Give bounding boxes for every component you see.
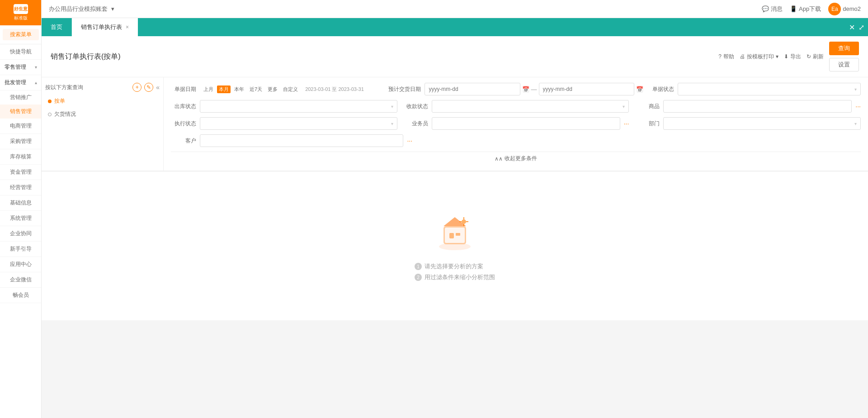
edit-scheme-button[interactable]: ✎ [144, 83, 153, 92]
message-button[interactable]: 💬 消息 [762, 5, 783, 13]
delivery-status-label: 出库状态 [171, 103, 196, 110]
expected-date-start[interactable] [425, 83, 520, 95]
sidebar-item-ecommerce[interactable]: 电商管理 [0, 119, 42, 134]
maximize-icon[interactable]: ⤢ [859, 23, 864, 32]
scheme-label-2: 欠货情况 [54, 110, 76, 118]
date-range-inputs: 📅 — 📅 [425, 83, 643, 95]
sidebar-item-inventory[interactable]: 库存核算 [0, 149, 42, 165]
salesman-more-icon[interactable]: ··· [624, 120, 629, 127]
sidebar-item-basics[interactable]: 基础信息 [0, 195, 42, 211]
export-button[interactable]: ⬇ 导出 [784, 53, 801, 61]
breadcrumb-dropdown[interactable]: ▾ [111, 5, 114, 12]
print-button[interactable]: 🖨 按模板打印 ▾ [740, 53, 778, 61]
add-scheme-button[interactable]: + [132, 83, 142, 92]
close-window-icon[interactable]: ✕ [849, 23, 855, 32]
sidebar-item-marketing[interactable]: 营销推广 [0, 90, 42, 104]
scheme-item-shortage[interactable]: 欠货情况 [45, 109, 160, 120]
username-label: demo2 [843, 5, 861, 12]
date-tags: 上月 本月 本年 近7天 更多 自定义 [202, 86, 300, 93]
empty-tips: 1 请先选择要分析的方案 2 用过滤条件来缩小分析范围 [415, 262, 495, 284]
export-label: 导出 [790, 53, 801, 61]
wholesale-label: 批发管理 [5, 79, 26, 86]
settings-button[interactable]: 设置 [829, 58, 859, 71]
tabbar-right: ✕ ⤢ [849, 23, 868, 32]
collapse-up-icon: ∧∧ [495, 156, 503, 162]
customer-more-icon[interactable]: ··· [407, 137, 412, 144]
refresh-button[interactable]: ↻ 刷新 [807, 53, 824, 61]
collapse-more-button[interactable]: ∧∧ 收起更多条件 [171, 152, 861, 165]
sidebar-item-finance[interactable]: 资金管理 [0, 165, 42, 180]
content-header: 销售订单执行表(按单) ? 帮助 🖨 按模板打印 ▾ ⬇ 导出 ↻ 刷新 [42, 36, 868, 77]
system-label: 系统管理 [10, 215, 32, 221]
filter-field-date: 单据日期 上月 本月 本年 近7天 更多 自定义 2023-03-01 至 20… [171, 86, 383, 93]
sidebar-item-member[interactable]: 畅会员 [0, 288, 42, 303]
tab-sales-order[interactable]: 销售订单执行表 × [72, 18, 138, 36]
goods-more-icon[interactable]: ··· [855, 103, 861, 110]
dept-dropdown[interactable]: ▾ [663, 117, 861, 130]
user-profile[interactable]: Ea demo2 [828, 3, 861, 15]
newuser-label: 新手引导 [10, 246, 32, 252]
query-button[interactable]: 查询 [829, 42, 859, 55]
expected-date-end[interactable] [539, 83, 634, 95]
sidebar-item-appcenter[interactable]: 应用中心 [0, 257, 42, 272]
svg-rect-5 [456, 233, 460, 236]
this-year-tag[interactable]: 本年 [232, 86, 246, 93]
sidebar-item-sales[interactable]: 销售管理 [0, 104, 42, 119]
last7-tag[interactable]: 近7天 [248, 86, 264, 93]
sidebar-item-quick-nav[interactable]: 快捷导航 [0, 44, 42, 60]
last-month-tag[interactable]: 上月 [202, 86, 215, 93]
expected-date-label: 预计交货日期 [388, 86, 421, 93]
inactive-dot [48, 113, 52, 116]
payment-status-dropdown[interactable]: ▾ [432, 100, 629, 113]
collapse-label: 收起更多条件 [505, 155, 537, 162]
help-icon: ? [718, 53, 722, 60]
print-dropdown-icon: ▾ [776, 53, 778, 60]
goods-label: 商品 [634, 103, 660, 110]
tab-close-icon[interactable]: × [126, 24, 129, 30]
collapse-scheme-icon[interactable]: « [156, 84, 160, 91]
sidebar-item-system[interactable]: 系统管理 [0, 211, 42, 226]
sidebar-item-wholesale[interactable]: 批发管理 ▴ [0, 75, 42, 90]
more-tag[interactable]: 更多 [266, 86, 279, 93]
app-download-button[interactable]: 📱 App下载 [790, 5, 821, 13]
sidebar-search-area: 搜索菜单 [0, 25, 42, 44]
calendar-end-icon[interactable]: 📅 [636, 86, 643, 93]
enterprise-label: 企业协同 [10, 230, 32, 237]
sidebar-item-enterprise[interactable]: 企业协同 [0, 226, 42, 242]
goods-input[interactable] [663, 100, 852, 113]
active-dot [48, 100, 52, 103]
search-menu-button[interactable]: 搜索菜单 [3, 29, 39, 40]
filter-icons-group: + ✎ « [132, 83, 160, 92]
delivery-status-dropdown[interactable]: ▾ [200, 100, 397, 113]
tab-home[interactable]: 首页 [42, 18, 72, 36]
calendar-start-icon[interactable]: 📅 [522, 86, 529, 93]
this-month-tag[interactable]: 本月 [217, 86, 231, 93]
salesman-input[interactable] [432, 117, 620, 130]
filter-field-payment-status: 收款状态 ▾ [403, 100, 629, 113]
customer-input[interactable] [200, 134, 403, 147]
filter-row-3: 执行状态 ▾ 业务员 ··· 部门 [171, 117, 861, 130]
help-button[interactable]: ? 帮助 [718, 53, 734, 61]
sidebar-item-retail[interactable]: 零售管理 ▾ [0, 60, 42, 75]
print-label: 按模板打印 [747, 53, 774, 61]
salesman-label: 业务员 [403, 120, 428, 128]
marketing-label: 营销推广 [10, 94, 32, 100]
app-logo: 好生意 标准版 [0, 0, 42, 25]
chevron-down-icon: ▾ [854, 87, 857, 92]
print-icon: 🖨 [740, 53, 745, 60]
refresh-label: 刷新 [813, 53, 824, 61]
ecommerce-label: 电商管理 [10, 123, 32, 129]
sidebar-item-purchase[interactable]: 采购管理 [0, 134, 42, 149]
sidebar-item-newuser[interactable]: 新手引导 [0, 242, 42, 257]
exec-status-dropdown[interactable]: ▾ [200, 117, 397, 130]
scheme-item-by-order[interactable]: 按单 [45, 95, 160, 107]
order-status-dropdown[interactable]: ▾ [678, 83, 861, 95]
sidebar-item-wechat[interactable]: 企业微信 [0, 272, 42, 288]
sidebar-item-operations[interactable]: 经营管理 [0, 180, 42, 195]
dept-label: 部门 [634, 120, 660, 128]
custom-tag[interactable]: 自定义 [281, 86, 300, 93]
chevron-down-icon: ▾ [391, 104, 393, 109]
filter-row-4: 客户 ··· [171, 134, 861, 147]
message-label: 消息 [771, 5, 783, 13]
empty-illustration [432, 208, 477, 253]
